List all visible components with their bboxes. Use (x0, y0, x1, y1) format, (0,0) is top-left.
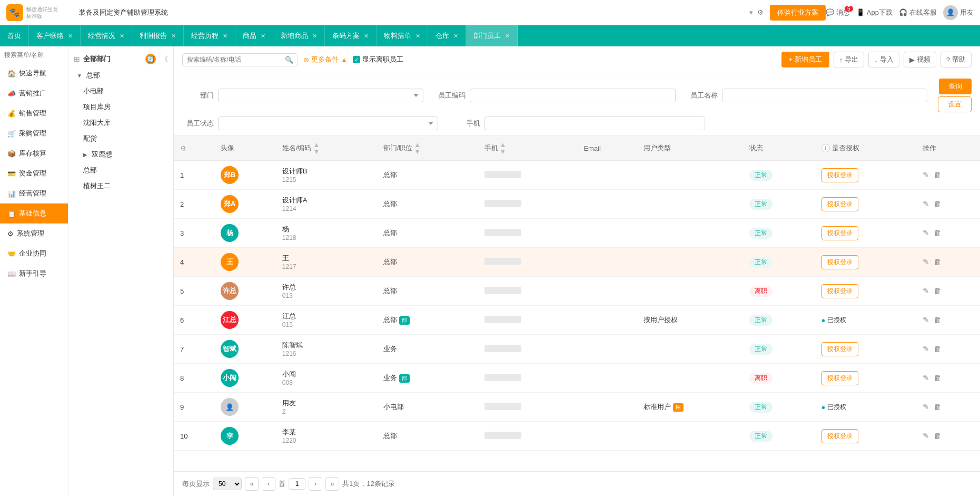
close-icon[interactable]: ✕ (505, 33, 510, 40)
delete-icon[interactable]: 🗑 (934, 373, 942, 383)
sidebar-item-operation[interactable]: 📊 经营管理 (0, 183, 68, 203)
sidebar-item-system[interactable]: ⚙ 系统管理 (0, 223, 68, 244)
tab-add-goods[interactable]: 新增商品 ✕ (273, 25, 325, 46)
delete-icon[interactable]: 🗑 (934, 344, 942, 354)
query-button[interactable]: 查询 (939, 79, 972, 94)
auth-login-button[interactable]: 授权登录 (821, 226, 858, 240)
next-page-button[interactable]: › (309, 477, 322, 491)
info-icon[interactable]: ℹ (821, 144, 830, 152)
emp-name-input[interactable] (722, 89, 927, 102)
auth-login-button[interactable]: 授权登录 (821, 371, 858, 385)
close-icon[interactable]: ✕ (364, 33, 369, 40)
close-icon[interactable]: ✕ (453, 33, 458, 40)
sidebar-item-quick-nav[interactable]: 🏠 快速导航 (0, 63, 68, 83)
delete-icon[interactable]: 🗑 (934, 199, 942, 209)
tree-item-peihuo[interactable]: 配货 (68, 131, 173, 147)
delete-icon[interactable]: 🗑 (934, 257, 942, 267)
edit-icon[interactable]: ✎ (923, 286, 929, 296)
close-icon[interactable]: ✕ (415, 33, 420, 40)
tree-item-xiao-dian[interactable]: 小电部 (68, 83, 173, 99)
tab-home[interactable]: 首页 (0, 25, 29, 46)
tree-item-headquarters-sub[interactable]: 总部 (68, 162, 173, 178)
edit-icon[interactable]: ✎ (923, 431, 929, 441)
sidebar-item-inventory[interactable]: 📦 库存核算 (0, 143, 68, 163)
tab-operation[interactable]: 经营情况 ✕ (81, 25, 132, 46)
import-button[interactable]: ↓ 导入 (868, 52, 899, 67)
try-solution-button[interactable]: 体验行业方案 (770, 5, 826, 21)
close-icon[interactable]: ✕ (312, 33, 317, 40)
auth-login-button[interactable]: 授权登录 (821, 197, 858, 211)
add-employee-button[interactable]: + 新增员工 (781, 52, 829, 67)
th-phone[interactable]: 手机 ▲▼ (478, 136, 578, 161)
settings-icon[interactable]: ⚙ (180, 144, 186, 152)
th-dept[interactable]: 部门/职位 ▲▼ (377, 136, 478, 161)
delete-icon[interactable]: 🗑 (934, 228, 942, 238)
last-page-button[interactable]: » (325, 477, 339, 491)
delete-icon[interactable]: 🗑 (934, 286, 942, 296)
sidebar-search-input[interactable] (4, 51, 68, 59)
show-resigned-checkbox[interactable]: ✓ 显示离职员工 (353, 55, 403, 64)
edit-icon[interactable]: ✎ (923, 344, 929, 354)
help-button[interactable]: ? 帮助 (941, 52, 972, 67)
auth-login-button[interactable]: 授权登录 (821, 284, 858, 298)
tab-profit[interactable]: 利润报告 ✕ (132, 25, 184, 46)
close-icon[interactable]: ✕ (120, 33, 124, 40)
sidebar-item-enterprise[interactable]: 🤝 企业协同 (0, 244, 68, 264)
tab-warehouse[interactable]: 仓库 ✕ (428, 25, 466, 46)
dropdown-arrow-icon[interactable]: ▾ (749, 8, 753, 16)
auth-login-button[interactable]: 授权登录 (821, 255, 858, 269)
status-select[interactable] (218, 116, 438, 130)
sidebar-item-purchase[interactable]: 🛒 采购管理 (0, 123, 68, 143)
sidebar-item-guide[interactable]: 📖 新手引导 (0, 264, 68, 284)
delete-icon[interactable]: 🗑 (934, 170, 942, 180)
close-icon[interactable]: ✕ (171, 33, 176, 40)
search-icon[interactable]: 🔍 (285, 56, 293, 64)
close-icon[interactable]: ✕ (261, 33, 265, 40)
sidebar-item-capital[interactable]: 💳 资金管理 (0, 163, 68, 183)
tree-item-headquarters-main[interactable]: ▼ 总部 (68, 67, 173, 83)
sidebar-item-marketing[interactable]: 📣 营销推广 (0, 83, 68, 103)
user-button[interactable]: 👤 用友 (943, 5, 974, 20)
th-name[interactable]: 姓名/编码 ▲▼ (276, 136, 377, 161)
phone-input[interactable] (484, 116, 705, 130)
auth-login-button[interactable]: 授权登录 (821, 429, 858, 443)
app-download-button[interactable]: 📱 App下载 (856, 8, 893, 17)
tab-customer[interactable]: 客户联络 ✕ (29, 25, 81, 46)
online-service-button[interactable]: 🎧 在线客服 (899, 8, 937, 17)
auth-login-button[interactable]: 授权登录 (821, 342, 858, 356)
per-page-select[interactable]: 50 100 200 (213, 478, 242, 490)
close-icon[interactable]: ✕ (223, 33, 227, 40)
settings-icon-top[interactable]: ⚙ (757, 8, 764, 16)
emp-code-input[interactable] (470, 89, 675, 102)
tab-process[interactable]: 经营历程 ✕ (184, 25, 235, 46)
tab-bom[interactable]: 物料清单 ✕ (377, 25, 428, 46)
first-page-button[interactable]: « (245, 477, 259, 491)
tree-item-shuanglu[interactable]: ▶双鹿想 (68, 147, 173, 162)
edit-icon[interactable]: ✎ (923, 373, 929, 383)
tree-item-project[interactable]: 项目库房 (68, 99, 173, 115)
edit-icon[interactable]: ✎ (923, 315, 929, 325)
collapse-panel-icon[interactable]: 《 (161, 54, 168, 64)
more-conditions-button[interactable]: ⊜ 更多条件 ▲ (303, 55, 348, 64)
auth-login-button[interactable]: 授权登录 (821, 168, 858, 182)
tab-goods[interactable]: 商品 ✕ (235, 25, 273, 46)
edit-icon[interactable]: ✎ (923, 257, 929, 267)
edit-icon[interactable]: ✎ (923, 402, 929, 412)
prev-page-button[interactable]: ‹ (262, 477, 275, 491)
dept-select[interactable] (218, 89, 423, 102)
th-settings[interactable]: ⚙ (174, 136, 214, 161)
sidebar-item-basic-info[interactable]: 📋 基础信息 (0, 203, 68, 223)
edit-icon[interactable]: ✎ (923, 228, 929, 238)
delete-icon[interactable]: 🗑 (934, 315, 942, 325)
tree-item-zhishu[interactable]: 植树王二 (68, 178, 173, 194)
tree-item-shenyang[interactable]: 沈阳大库 (68, 115, 173, 131)
export-button[interactable]: ↑ 导出 (834, 52, 865, 67)
page-number-input[interactable] (289, 478, 305, 490)
message-button[interactable]: 💬 消息 5 (826, 8, 850, 17)
edit-icon[interactable]: ✎ (923, 199, 929, 209)
edit-icon[interactable]: ✎ (923, 170, 929, 180)
sidebar-item-sales[interactable]: 💰 销售管理 (0, 103, 68, 123)
search-input[interactable] (187, 56, 282, 63)
set-button[interactable]: 设置 (938, 96, 972, 112)
view-button[interactable]: ▶ 视频 (904, 52, 936, 67)
